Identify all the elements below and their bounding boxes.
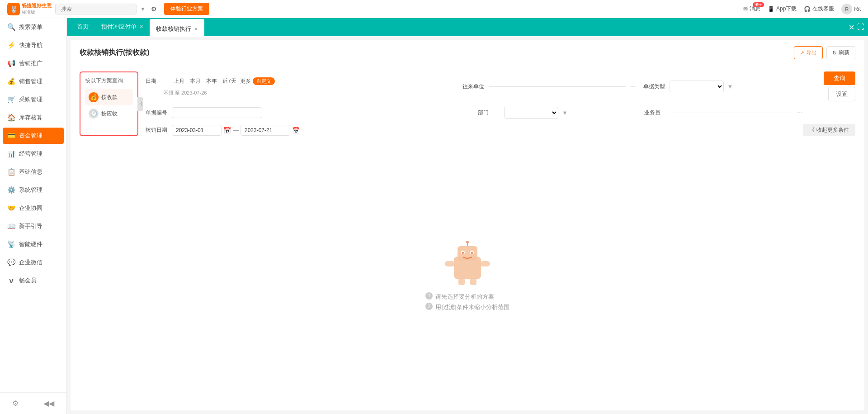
bill-type-label: 单据类型 xyxy=(643,83,666,90)
bill-no-input[interactable] xyxy=(172,107,262,118)
sidebar-label-sales: 销售管理 xyxy=(19,77,42,86)
online-service-btn[interactable]: 🎧 在线客服 xyxy=(804,5,834,13)
hardware-icon: 📡 xyxy=(7,240,15,248)
user-menu[interactable]: R Rit xyxy=(841,4,861,14)
main-content: 首页 预付冲应付单 ✕ 收款核销执行 ✕ ✕ ⛶ xyxy=(67,18,868,414)
sidebar-item-collab[interactable]: 🤝 企业协同 xyxy=(0,199,66,217)
refresh-button[interactable]: ↻ 刷新 xyxy=(826,46,855,59)
tab-close-receipt-verify[interactable]: ✕ xyxy=(194,26,198,32)
sidebar-label-hardware: 智能硬件 xyxy=(19,240,42,248)
cart-icon: 🛒 xyxy=(7,95,15,104)
brand: 🐰 畅捷通好生意 标准版 xyxy=(7,2,52,15)
verify-date-start-input[interactable] xyxy=(172,125,222,136)
sidebar-item-finance[interactable]: 💳 资金管理 xyxy=(3,128,64,144)
tab-receipt-verify[interactable]: 收款核销执行 ✕ xyxy=(150,19,204,37)
gear-icon[interactable]: ⚙ xyxy=(151,5,157,13)
step-2-num: 2 xyxy=(425,303,433,310)
book-icon: 📖 xyxy=(7,222,15,230)
app-download-btn[interactable]: 📱 App下载 xyxy=(768,5,797,13)
collapse-more-label: 收起更多条件 xyxy=(816,126,849,134)
svg-point-11 xyxy=(466,241,469,243)
online-service-label: 在线客服 xyxy=(812,5,834,13)
sidebar-item-marketing[interactable]: 📢 营销推广 xyxy=(0,54,66,72)
brand-icon: 🐰 xyxy=(7,3,20,15)
tab-close-all-btn[interactable]: ✕ xyxy=(849,23,854,32)
clipboard-icon: 📋 xyxy=(7,168,15,176)
collapse-more-btn[interactable]: 《 收起更多条件 xyxy=(803,124,855,136)
industry-btn[interactable]: 体验行业方案 xyxy=(164,3,209,15)
phone-icon: 📱 xyxy=(768,6,774,12)
sidebar-label-quicknav: 快捷导航 xyxy=(19,41,42,49)
headset-icon: 🎧 xyxy=(804,6,811,12)
sidebar-item-search[interactable]: 🔍 搜索菜单 xyxy=(0,18,66,36)
staff-label: 业务员 xyxy=(644,109,667,117)
sidebar-item-hardware[interactable]: 📡 智能硬件 xyxy=(0,235,66,253)
sidebar-item-member[interactable]: V 畅会员 xyxy=(0,271,66,290)
empty-illustration xyxy=(440,241,495,286)
brand-text: 畅捷通好生意 标准版 xyxy=(22,2,52,15)
tab-actions: ✕ ⛶ xyxy=(849,23,864,32)
svg-rect-6 xyxy=(445,261,455,266)
messages-btn[interactable]: ✉ 消息 99+ xyxy=(743,5,760,13)
sidebar-settings-btn[interactable]: ⚙ xyxy=(9,396,21,410)
tab-home[interactable]: 首页 xyxy=(71,18,95,36)
verify-date-end-input[interactable] xyxy=(241,125,290,136)
dept-label: 部门 xyxy=(478,109,500,117)
dept-select[interactable] xyxy=(504,107,558,119)
sidebar-label-basic-info: 基础信息 xyxy=(19,168,42,176)
date-7days[interactable]: 近7天 xyxy=(221,76,238,86)
sidebar-item-basic-info[interactable]: 📋 基础信息 xyxy=(0,163,66,181)
sidebar-item-system[interactable]: ⚙️ 系统管理 xyxy=(0,181,66,199)
page-title: 收款核销执行(按收款) xyxy=(80,48,150,63)
tab-close-prepay[interactable]: ✕ xyxy=(139,24,143,30)
calendar-start-icon[interactable]: 📅 xyxy=(223,127,231,134)
date-this-month[interactable]: 本月 xyxy=(188,76,203,86)
dept-field: 部门 ▼ xyxy=(478,107,637,119)
date-this-year[interactable]: 本年 xyxy=(204,76,219,86)
sidebar-item-purchase[interactable]: 🛒 采购管理 xyxy=(0,90,66,109)
calendar-end-icon[interactable]: 📅 xyxy=(292,127,300,134)
sidebar-item-guide[interactable]: 📖 新手引导 xyxy=(0,217,66,235)
svg-rect-8 xyxy=(458,278,465,285)
export-button[interactable]: ↗ 导出 xyxy=(794,46,823,59)
filter-form: 日期 上月 本月 本年 近7天 更多 自定义 xyxy=(146,71,855,136)
receipt-icon: 💰 xyxy=(89,92,99,102)
staff-more-btn[interactable]: ··· xyxy=(797,109,803,117)
panel-collapse-btn[interactable]: 《 xyxy=(137,97,143,111)
sidebar-item-inventory[interactable]: 🏠 库存核算 xyxy=(0,109,66,127)
search-input[interactable] xyxy=(55,4,137,14)
sidebar-item-operations[interactable]: 📊 经营管理 xyxy=(0,145,66,163)
messages-badge: 99+ xyxy=(753,2,764,7)
query-type-by-receipt[interactable]: 💰 按收款 xyxy=(85,89,133,105)
counterpart-field: 往来单位 ··· xyxy=(462,82,636,90)
chevron-up-icon: 《 xyxy=(809,126,815,134)
chart-icon: 📊 xyxy=(7,150,15,158)
query-button[interactable]: 查询 xyxy=(824,71,855,85)
sidebar-item-wechat[interactable]: 💬 企业微信 xyxy=(0,253,66,271)
empty-step-2: 2 用[过滤]条件来缩小分析范围 xyxy=(425,302,509,312)
settings-button[interactable]: 设置 xyxy=(828,87,855,101)
export-label: 导出 xyxy=(806,49,817,57)
date-last-month[interactable]: 上月 xyxy=(172,76,186,86)
sidebar-label-inventory: 库存核算 xyxy=(19,114,42,122)
bill-type-select[interactable] xyxy=(670,81,724,92)
sidebar-item-quicknav[interactable]: ⚡ 快捷导航 xyxy=(0,36,66,54)
date-custom-badge[interactable]: 自定义 xyxy=(253,77,275,85)
counterpart-more-btn[interactable]: ··· xyxy=(630,82,636,90)
bill-no-label: 单据编号 xyxy=(146,109,168,117)
empty-step-1-text: 请先选择要分析的方案 xyxy=(435,291,494,302)
chevron-down-icon[interactable]: ▼ xyxy=(140,6,146,12)
query-type-by-receivable[interactable]: 🕐 按应收 xyxy=(85,105,133,122)
svg-rect-7 xyxy=(480,261,490,266)
date-more[interactable]: 更多 xyxy=(240,77,251,85)
page-header: 收款核销执行(按收款) ↗ 导出 ↻ 刷新 xyxy=(71,40,864,65)
tab-expand-btn[interactable]: ⛶ xyxy=(857,23,864,32)
sidebar-item-sales[interactable]: 💰 销售管理 xyxy=(0,72,66,90)
layout: 🔍 搜索菜单 ⚡ 快捷导航 📢 营销推广 💰 销售管理 🛒 采购管理 🏠 库存核… xyxy=(0,18,868,414)
top-bar: 🐰 畅捷通好生意 标准版 ▼ ⚙ 体验行业方案 ✉ 消息 99+ 📱 App下载… xyxy=(0,0,868,18)
tab-prepay[interactable]: 预付冲应付单 ✕ xyxy=(95,18,150,36)
sidebar-label-finance: 资金管理 xyxy=(19,132,42,140)
sidebar-collapse-btn[interactable]: ◀◀ xyxy=(41,396,57,410)
card-icon: 💳 xyxy=(7,132,15,140)
tab-label-home: 首页 xyxy=(77,23,89,31)
